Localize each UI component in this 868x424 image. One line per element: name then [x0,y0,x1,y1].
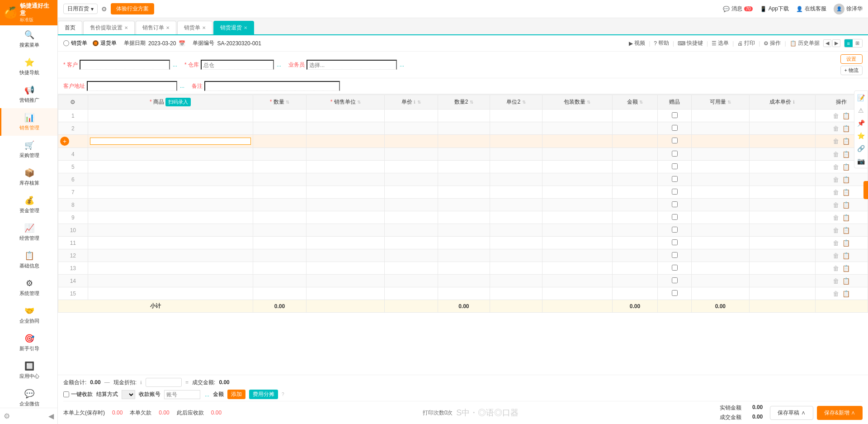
row-amount-cell-4[interactable] [612,148,658,161]
row-product-cell-14[interactable] [88,275,253,287]
row-available-cell-3[interactable] [691,135,749,148]
remark-input[interactable] [204,81,340,91]
gift-checkbox-7[interactable] [672,189,678,195]
radio-return[interactable]: 退货单 [93,39,117,47]
sidebar-collapse-icon[interactable]: ◀ [48,412,54,420]
row-unit2-cell-6[interactable] [490,173,542,186]
warning-icon[interactable]: ⚠ [857,105,865,115]
sidebar-item-11[interactable]: 🎯新手引导 [0,329,57,357]
row-qty2-cell-10[interactable] [438,224,490,237]
gift-checkbox-4[interactable] [672,151,678,157]
row-amount-cell-12[interactable] [612,249,658,262]
row-unit-cell-5[interactable] [307,161,385,173]
copy-btn-13[interactable]: 📋 [842,265,850,272]
row-price-cell-12[interactable] [385,249,438,262]
add-btn[interactable]: 添加 [227,390,245,399]
history-btn[interactable]: 📋 历史单据 [790,39,820,47]
available-sort-icon[interactable]: ⇅ [727,100,731,105]
row-unit2-cell-7[interactable] [490,186,542,199]
address-ellipsis[interactable]: ... [180,83,184,89]
tab-close-4[interactable]: ✕ [244,25,247,30]
table-view-btn[interactable]: ≡ [844,39,853,47]
row-available-cell-14[interactable] [691,275,749,287]
row-qty2-cell-14[interactable] [438,275,490,287]
row-qty2-cell-15[interactable] [438,287,490,300]
pin-icon[interactable]: 📌 [857,118,865,128]
row-qty-cell-5[interactable] [253,161,307,173]
delete-btn-2[interactable]: 🗑 [833,125,839,132]
row-qty-cell-12[interactable] [253,249,307,262]
gift-checkbox-6[interactable] [672,176,678,182]
row-unit-cell-3[interactable] [307,135,385,148]
row-product-cell-12[interactable] [88,249,253,262]
row-unit2-cell-3[interactable] [490,135,542,148]
row-price-cell-2[interactable] [385,122,438,135]
tab-4[interactable]: 销货退货 ✕ [213,21,254,34]
gift-checkbox-5[interactable] [672,163,678,169]
row-amount-cell-6[interactable] [612,173,658,186]
row-cost-cell-1[interactable] [749,110,815,122]
row-product-cell-6[interactable] [88,173,253,186]
row-amount-cell-2[interactable] [612,122,658,135]
video-btn[interactable]: ▶ 视频 [629,39,645,47]
industry-select[interactable]: 日用百货 ▾ [63,4,98,14]
row-pkgqty-cell-1[interactable] [542,110,612,122]
copy-btn-11[interactable]: 📋 [842,239,850,247]
row-qty2-cell-6[interactable] [438,173,490,186]
gift-checkbox-14[interactable] [672,277,678,283]
salesperson-input[interactable] [307,60,397,70]
discount-info-icon[interactable]: ℹ [140,380,142,385]
next-arrow[interactable]: ▶ [832,39,840,47]
camera-icon[interactable]: 📷 [857,156,865,166]
row-unit-cell-7[interactable] [307,186,385,199]
sidebar-item-5[interactable]: 📦库存核算 [0,163,57,191]
qty2-sort-icon[interactable]: ⇅ [470,100,473,105]
help-btn[interactable]: ? 帮助 [654,39,669,47]
save-new-btn[interactable]: 保存&新增 ∧ [817,406,863,420]
row-qty-cell-11[interactable] [253,237,307,249]
copy-btn-15[interactable]: 📋 [842,290,850,297]
row-cost-cell-4[interactable] [749,148,815,161]
row-amount-cell-11[interactable] [612,237,658,249]
sidebar-item-8[interactable]: 📋基础信息 [0,246,57,274]
row-price-cell-10[interactable] [385,224,438,237]
radio-sale-input[interactable] [63,40,69,46]
copy-btn-3[interactable]: 📋 [842,138,850,145]
row-unit-cell-12[interactable] [307,249,385,262]
row-pkgqty-cell-14[interactable] [542,275,612,287]
unit-sort-icon[interactable]: ⇅ [357,100,361,105]
fee-btn[interactable]: 费用分摊 [249,390,278,399]
row-pkgqty-cell-10[interactable] [542,224,612,237]
fee-info-icon[interactable]: ? [282,392,284,397]
row-pkgqty-cell-12[interactable] [542,249,612,262]
gift-checkbox-12[interactable] [672,252,678,258]
settings-btn[interactable]: 设置 [840,54,863,64]
row-amount-cell-1[interactable] [612,110,658,122]
copy-btn-2[interactable]: 📋 [842,125,850,132]
one-click-payment-checkbox[interactable] [63,391,69,397]
row-cost-cell-7[interactable] [749,186,815,199]
user-item[interactable]: 👤 徐泽华 [834,4,863,14]
row-qty2-cell-1[interactable] [438,110,490,122]
card-view-btn[interactable]: ⊞ [853,39,862,47]
row-product-cell-8[interactable] [88,199,253,211]
row-pkgqty-cell-9[interactable] [542,211,612,224]
link-icon[interactable]: 🔗 [857,143,865,153]
gift-checkbox-10[interactable] [672,227,678,233]
discount-input[interactable] [146,378,182,387]
row-amount-cell-14[interactable] [612,275,658,287]
row-unit2-cell-10[interactable] [490,224,542,237]
row-pkgqty-cell-6[interactable] [542,173,612,186]
orange-right-bar[interactable] [863,181,868,199]
row-price-cell-4[interactable] [385,148,438,161]
copy-btn-8[interactable]: 📋 [842,201,850,209]
gift-checkbox-1[interactable] [672,112,678,118]
select-btn[interactable]: ☰ 选单 [712,39,729,47]
row-amount-cell-9[interactable] [612,211,658,224]
row-available-cell-5[interactable] [691,161,749,173]
star-icon[interactable]: ⭐ [857,131,865,141]
message-item[interactable]: 💬 消息 70 [723,5,753,13]
tab-0[interactable]: 首页 [58,21,82,34]
row-qty2-cell-5[interactable] [438,161,490,173]
row-qty-cell-14[interactable] [253,275,307,287]
